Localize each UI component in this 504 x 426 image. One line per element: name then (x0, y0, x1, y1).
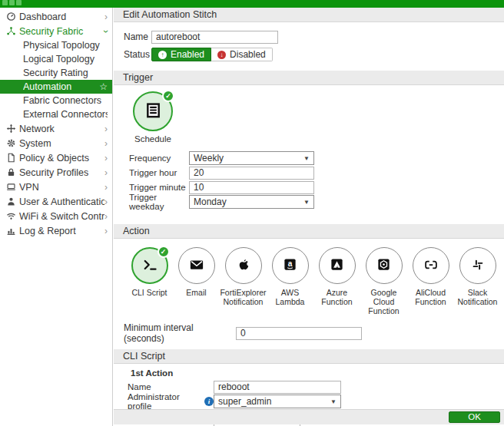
action-tile-label: CLI Script (125, 288, 174, 297)
chevron-down-icon: › (101, 30, 111, 33)
sidebar-item-policy-objects[interactable]: Policy & Objects› (0, 150, 112, 165)
security-fabric-icon (6, 26, 19, 36)
trigger-tile-schedule[interactable]: ✓ Schedule (126, 91, 180, 144)
sidebar-item-security-profiles[interactable]: Security Profiles› (0, 165, 112, 180)
sidebar-item-user-authentication[interactable]: User & Authentication› (0, 194, 112, 209)
trigger-minute-input[interactable] (189, 181, 314, 194)
action-tile-cli-script[interactable]: ✓CLI Script (126, 247, 173, 315)
sidebar-item-label: Dashboard (19, 12, 104, 22)
cli-script-section-header: CLI Script (114, 349, 504, 364)
page-title: Edit Automation Stitch (114, 8, 504, 22)
sidebar-item-automation[interactable]: Automation☆ (0, 80, 112, 94)
edit-form: Name Status ↑ Enabled ↓ Disabled Trigger… (114, 22, 504, 426)
ok-button[interactable]: OK (449, 411, 500, 423)
vpn-icon (6, 182, 19, 192)
chevron-right-icon: › (104, 183, 108, 192)
dropdown-arrow-icon: ▼ (303, 199, 310, 206)
dropdown-arrow-icon: ▼ (330, 398, 337, 405)
trigger-minute-label: Trigger minute (129, 183, 189, 192)
trigger-hour-input[interactable] (189, 167, 314, 180)
trigger-fields: FrequencyWeekly▼Trigger hourTrigger minu… (129, 151, 504, 209)
name-input[interactable] (151, 31, 278, 44)
alicloud-function-icon (423, 257, 439, 275)
aws-lambda-icon: a (283, 257, 297, 274)
sidebar-item-dashboard[interactable]: Dashboard› (0, 9, 112, 24)
trigger-weekday-select[interactable]: Monday▼ (189, 195, 314, 209)
frequency-select[interactable]: Weekly▼ (189, 151, 314, 165)
footer-bar: OK (114, 409, 504, 424)
action-tile-azure-function[interactable]: Azure Function (313, 247, 360, 315)
action-tile-label: Email (172, 288, 221, 297)
action-tile-label: Google Cloud Function (360, 288, 409, 315)
frequency-label: Frequency (129, 154, 189, 163)
sidebar-item-physical-topology[interactable]: Physical Topology (0, 38, 112, 52)
selected-value: Monday (194, 196, 227, 207)
first-action-label: 1st Action (131, 368, 504, 378)
sidebar-item-label: Security Rating (23, 68, 108, 78)
sidebar-item-label: Security Fabric (19, 26, 104, 37)
slack-icon (471, 258, 485, 274)
admin-profile-value: super_admin (218, 396, 271, 407)
trigger-section-header: Trigger (114, 71, 504, 85)
favorite-star-icon[interactable]: ☆ (99, 81, 108, 92)
network-icon (6, 124, 19, 134)
sidebar-item-network[interactable]: Network› (0, 121, 112, 136)
log-report-icon (6, 226, 19, 236)
min-interval-label: Minimum interval (seconds) (124, 322, 236, 344)
azure-function-icon (330, 257, 344, 274)
sidebar-item-security-fabric[interactable]: Security Fabric› (0, 24, 112, 38)
fortinet-logo-icon (2, 0, 22, 5)
chevron-right-icon: › (104, 197, 108, 206)
enabled-arrow-icon: ↑ (158, 51, 167, 59)
info-icon[interactable]: i (204, 397, 214, 406)
chevron-right-icon: › (104, 12, 108, 21)
action-tile-fortiexplorer-notification[interactable]: FortiExplorer Notification (220, 247, 267, 315)
action-tile-label: AliCloud Function (406, 288, 456, 306)
action-tiles: ✓CLI ScriptEmailFortiExplorer Notificati… (126, 247, 504, 315)
status-disabled-button[interactable]: ↓ Disabled (211, 48, 273, 61)
sidebar-item-logical-topology[interactable]: Logical Topology (0, 52, 112, 66)
dashboard-icon (6, 12, 19, 21)
sidebar-nav: Dashboard›Security Fabric›Physical Topol… (0, 8, 113, 426)
disabled-button-label: Disabled (230, 49, 266, 60)
action-section-header: Action (114, 224, 504, 239)
chevron-right-icon: › (104, 154, 108, 163)
action-tile-alicloud-function[interactable]: AliCloud Function (407, 247, 454, 315)
status-enabled-button[interactable]: ↑ Enabled (151, 48, 211, 61)
sidebar-item-external-connectors[interactable]: External Connectors (0, 107, 112, 121)
selected-value: Weekly (194, 153, 224, 163)
action-tile-aws-lambda[interactable]: aAWS Lambda (267, 247, 313, 315)
svg-text:a: a (288, 259, 293, 268)
action-tile-slack-notification[interactable]: Slack Notification (454, 247, 501, 315)
status-label: Status (124, 49, 151, 60)
cli-script-icon (142, 257, 158, 275)
sidebar-item-system[interactable]: System› (0, 136, 112, 150)
action-tile-email[interactable]: Email (173, 247, 220, 315)
trigger-hour-label: Trigger hour (129, 168, 189, 177)
top-bar (0, 0, 504, 8)
sidebar-item-security-rating[interactable]: Security Rating (0, 66, 112, 80)
dropdown-arrow-icon: ▼ (303, 155, 310, 162)
google-cloud-function-icon (376, 257, 391, 274)
name-label: Name (124, 31, 151, 42)
chevron-right-icon: › (104, 168, 108, 177)
enabled-button-label: Enabled (171, 49, 204, 60)
sidebar-item-label: System (19, 138, 104, 149)
trigger-weekday-label: Trigger weekday (129, 193, 189, 211)
action-tile-label: Azure Function (313, 288, 362, 306)
sidebar-item-fabric-connectors[interactable]: Fabric Connectors (0, 94, 112, 107)
chevron-right-icon: › (104, 124, 108, 134)
sidebar-item-vpn[interactable]: VPN› (0, 180, 112, 194)
sidebar-item-log-report[interactable]: Log & Report› (0, 223, 112, 238)
admin-profile-select[interactable]: super_admin ▼ (214, 395, 341, 408)
action-tile-label: AWS Lambda (266, 288, 315, 306)
cli-name-input[interactable] (214, 381, 341, 394)
min-interval-input[interactable] (236, 327, 362, 340)
action-tile-google-cloud-function[interactable]: Google Cloud Function (360, 247, 407, 315)
sidebar-item-label: Physical Topology (23, 40, 108, 51)
sidebar-item-wifi-switch-controller[interactable]: WiFi & Switch Controller› (0, 209, 112, 223)
sidebar-item-label: External Connectors (23, 109, 108, 120)
email-icon (189, 257, 204, 275)
sidebar-item-label: Automation (23, 81, 99, 92)
chevron-right-icon: › (104, 212, 108, 221)
